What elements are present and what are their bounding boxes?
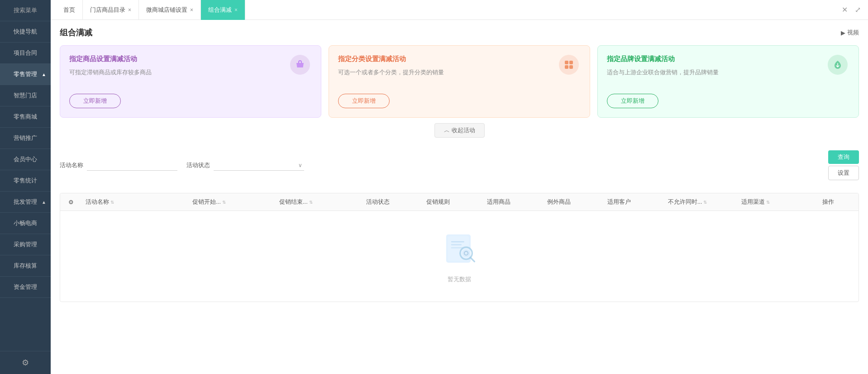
- play-icon: ▶: [841, 29, 845, 36]
- svg-rect-8: [451, 247, 463, 249]
- query-button[interactable]: 查询: [828, 150, 859, 164]
- sort-icon: ⇅: [309, 200, 313, 205]
- close-button[interactable]: ✕: [840, 5, 849, 15]
- filter-name-input[interactable]: [87, 160, 177, 171]
- th-notallow[interactable]: 不允许同时...⇅: [664, 193, 738, 211]
- tab-label: 微商城店铺设置: [146, 6, 187, 14]
- th-label: 适用商品: [487, 198, 510, 206]
- sidebar-item-retail-mall[interactable]: 零售商城: [0, 106, 51, 128]
- th-start[interactable]: 促销开始...⇅: [189, 193, 276, 211]
- sidebar: 搜索菜单 快捷导航项目合同零售管理▲智慧门店零售商城营销推广会员中心零售统计批发…: [0, 0, 51, 374]
- filter-status-label: 活动状态: [186, 161, 210, 169]
- window-controls: ✕ ⤢: [840, 5, 863, 15]
- th-status: 活动状态: [362, 193, 423, 211]
- sort-icon: ⇅: [766, 200, 770, 205]
- card-add-button-card-category[interactable]: 立即新增: [338, 94, 390, 108]
- th-rule: 促销规则: [423, 193, 483, 211]
- th-label: 促销开始...: [192, 198, 221, 206]
- empty-illustration: [437, 229, 482, 270]
- th-label: 操作: [822, 198, 834, 206]
- card-category: 指定分类设置满减活动可选一个或者多个分类，提升分类的销量 立即新增: [329, 45, 590, 118]
- video-label: 视频: [847, 29, 859, 37]
- card-product: 指定商品设置满减活动可指定滞销商品或库存较多商品 立即新增: [60, 45, 321, 118]
- th-end[interactable]: 促销结束...⇅: [276, 193, 362, 211]
- cards-row: 指定商品设置满减活动可指定滞销商品或库存较多商品 立即新增指定分类设置满减活动可…: [60, 45, 859, 118]
- th-label: 活动名称: [86, 198, 109, 206]
- svg-point-10: [463, 249, 470, 257]
- table-header: ⚙活动名称⇅促销开始...⇅促销结束...⇅活动状态促销规则适用商品例外商品适用…: [60, 193, 858, 211]
- tabbar: 首页门店商品目录×微商城店铺设置×组合满减× ✕ ⤢: [51, 0, 868, 20]
- th-customer: 适用客户: [604, 193, 664, 211]
- filter-buttons: 查询 设置: [828, 150, 859, 180]
- sort-icon: ⇅: [110, 200, 114, 205]
- sidebar-item-marketing[interactable]: 营销推广: [0, 128, 51, 149]
- th-goods: 适用商品: [483, 193, 544, 211]
- tab-combo-discount[interactable]: 组合满减×: [201, 0, 245, 20]
- svg-rect-7: [451, 244, 462, 245]
- tab-close-icon[interactable]: ×: [190, 7, 193, 13]
- sidebar-item-finance[interactable]: 资金管理: [0, 277, 51, 298]
- svg-rect-1: [569, 61, 573, 64]
- data-table: ⚙活动名称⇅促销开始...⇅促销结束...⇅活动状态促销规则适用商品例外商品适用…: [60, 193, 859, 302]
- sidebar-item-retail-management[interactable]: 零售管理▲: [0, 64, 51, 85]
- sidebar-item-smart-store[interactable]: 智慧门店: [0, 85, 51, 106]
- tab-label: 首页: [63, 6, 75, 14]
- filter-status-input[interactable]: [214, 160, 304, 171]
- th-channel[interactable]: 适用渠道⇅: [738, 193, 798, 211]
- tab-wechat-store-settings[interactable]: 微商城店铺设置×: [139, 0, 201, 20]
- settings-button[interactable]: 设置: [828, 166, 859, 180]
- sidebar-item-wholesale-management[interactable]: 批发管理▲: [0, 192, 51, 213]
- content-area: 组合满减 ▶ 视频 指定商品设置满减活动可指定滞销商品或库存较多商品 立即新增指…: [51, 20, 868, 374]
- video-link[interactable]: ▶ 视频: [841, 29, 859, 37]
- collapse-bar: ︿ 收起活动: [60, 123, 859, 138]
- th-except: 例外商品: [544, 193, 604, 211]
- filter-bar: 活动名称 活动状态 ∨ 查询 设置: [60, 145, 859, 186]
- svg-rect-6: [451, 241, 464, 243]
- sidebar-item-purchase-management[interactable]: 采购管理: [0, 234, 51, 255]
- filter-name-label: 活动名称: [60, 161, 83, 169]
- svg-rect-0: [565, 61, 568, 64]
- svg-rect-2: [565, 65, 568, 69]
- th-action: 操作: [798, 193, 858, 211]
- card-add-button-card-brand[interactable]: 立即新增: [607, 94, 658, 108]
- tab-close-icon[interactable]: ×: [234, 7, 238, 13]
- sidebar-item-inventory[interactable]: 库存核算: [0, 255, 51, 277]
- th-label: 例外商品: [547, 198, 571, 206]
- tab-home[interactable]: 首页: [56, 0, 83, 20]
- sidebar-item-member-center[interactable]: 会员中心: [0, 149, 51, 170]
- collapse-label: 收起活动: [452, 126, 475, 134]
- th-label: 适用渠道: [741, 198, 765, 206]
- sidebar-item-quick-nav[interactable]: 快捷导航: [0, 21, 51, 43]
- filter-status: 活动状态 ∨: [186, 160, 304, 171]
- filter-name: 活动名称: [60, 160, 177, 171]
- chevron-icon: ▲: [42, 72, 46, 77]
- page-header: 组合满减 ▶ 视频: [60, 27, 859, 38]
- svg-line-11: [470, 258, 474, 262]
- tab-label: 组合满减: [208, 6, 232, 14]
- sidebar-item-xiaochang[interactable]: 小畅电商: [0, 213, 51, 234]
- main-area: 首页门店商品目录×微商城店铺设置×组合满减× ✕ ⤢ 组合满减 ▶ 视频 指定商…: [51, 0, 868, 374]
- th-label: ⚙: [68, 199, 74, 206]
- th-label: 活动状态: [366, 198, 390, 206]
- card-add-button-card-product[interactable]: 立即新增: [69, 94, 121, 108]
- sidebar-item-project-contract[interactable]: 项目合同: [0, 43, 51, 64]
- sidebar-search[interactable]: 搜索菜单: [0, 0, 51, 21]
- th-label: 促销规则: [426, 198, 450, 206]
- tab-store-catalog[interactable]: 门店商品目录×: [83, 0, 139, 20]
- tab-close-icon[interactable]: ×: [128, 7, 131, 13]
- th-label: 不允许同时...: [668, 198, 702, 206]
- maximize-button[interactable]: ⤢: [853, 5, 863, 15]
- sidebar-item-retail-stats[interactable]: 零售统计: [0, 170, 51, 192]
- sort-icon: ⇅: [222, 200, 226, 205]
- empty-state: 暂无数据: [60, 211, 858, 302]
- sidebar-settings-icon[interactable]: ⚙: [0, 351, 51, 374]
- page-title: 组合满减: [60, 27, 92, 38]
- card-desc: 可指定滞销商品或库存较多商品: [69, 68, 312, 88]
- th-name[interactable]: 活动名称⇅: [82, 193, 189, 211]
- collapse-button[interactable]: ︿ 收起活动: [434, 123, 485, 138]
- card-title: 指定品牌设置满减活动: [607, 55, 849, 63]
- chevron-icon: ▲: [42, 200, 46, 205]
- card-icon: [828, 55, 848, 75]
- card-desc: 适合与上游企业联合做营销，提升品牌销量: [607, 68, 849, 88]
- empty-text: 暂无数据: [448, 275, 471, 283]
